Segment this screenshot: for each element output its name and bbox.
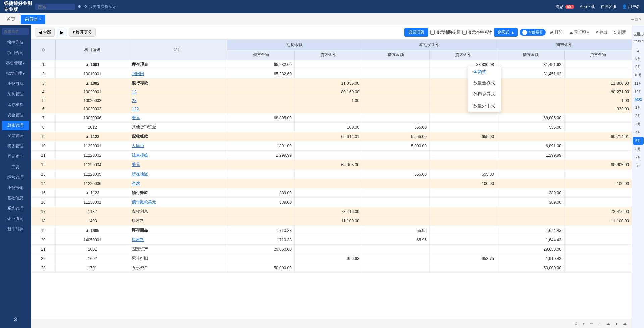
cell-subject[interactable]: 游戏 [129, 179, 227, 188]
cell-subject[interactable]: 12 [129, 88, 227, 96]
period-9[interactable]: 9月 [633, 63, 644, 71]
sidebar-item-salary[interactable]: 工资 [2, 162, 29, 172]
cell-code[interactable]: 11220006 [56, 179, 129, 188]
cell-subject[interactable]: 人民币 [129, 141, 227, 151]
period-down-icon[interactable]: ⊛ [633, 162, 644, 169]
return-old-btn[interactable]: 返回旧版 [404, 28, 428, 37]
table-settings-icon[interactable]: ⚙ [42, 48, 45, 52]
cell-subject[interactable]: 预付账款美元 [129, 198, 227, 207]
dropdown-item-foreign-amount[interactable]: 外币金额式 [468, 89, 501, 100]
cloud-print-btn[interactable]: ☁ 云打印 ▾ [567, 28, 591, 36]
cell-code[interactable]: 11220004 [56, 160, 129, 170]
sidebar-item-ledger[interactable]: 总账管理 [2, 121, 29, 130]
cell-code[interactable]: 1012 [56, 123, 129, 132]
sidebar-item-invoice[interactable]: 发票管理 [2, 131, 29, 141]
sidebar-item-guide[interactable]: 新手引导 [2, 224, 29, 234]
edit-icon[interactable]: ✏ [589, 321, 594, 326]
period-2023-05-2[interactable]: 2023.05 [633, 38, 644, 44]
show-aux-label[interactable]: 显示辅助核算 [430, 29, 460, 35]
lang-btn[interactable]: 英 [573, 320, 579, 327]
cell-code[interactable]: 14050001 [56, 235, 129, 245]
show-aux-checkbox[interactable] [430, 30, 435, 35]
cell-code[interactable]: 1132 [56, 207, 129, 216]
cell-subject[interactable]: 美元 [129, 113, 227, 123]
sidebar-item-quick-nav[interactable]: 快捷导航 [2, 38, 29, 47]
window-minimize-btn[interactable]: ─ [631, 17, 634, 22]
sidebar-item-purchase[interactable]: 采购管理 [2, 89, 29, 99]
period-5[interactable]: 5月 [633, 137, 644, 145]
demo-link[interactable]: ⟳ 我要看实例演示 [84, 4, 117, 10]
print-btn[interactable]: 🖨 打印 [548, 28, 565, 36]
cell-code[interactable]: 1601 [56, 245, 129, 254]
cell-code[interactable]: 1403 [56, 216, 129, 226]
period-6[interactable]: 6月 [633, 145, 644, 153]
all-btn[interactable]: ◀ 全部 [35, 28, 55, 37]
sidebar-item-operations[interactable]: 经营管理 [2, 173, 29, 182]
period-4[interactable]: 4月 [633, 129, 644, 136]
cell-subject[interactable]: 23 [129, 96, 227, 105]
sidebar-item-inventory[interactable]: 库存核算 [2, 100, 29, 110]
app-download-btn[interactable]: App下载 [580, 4, 595, 10]
diamond2-icon[interactable]: ♦ [614, 321, 619, 326]
cell-code[interactable]: 11220001 [56, 141, 129, 151]
export-btn[interactable]: ↗ 导出 [593, 28, 609, 36]
sidebar-item-assets[interactable]: 固定资产 [2, 152, 29, 161]
dropdown-item-qty-amount[interactable]: 数量金额式 [468, 77, 501, 89]
triangle-icon[interactable]: △ [597, 321, 602, 326]
refresh-btn[interactable]: ↻ 刷新 [611, 28, 628, 36]
search-input[interactable] [35, 4, 75, 10]
show-ytd-label[interactable]: 显示本年累计 [462, 29, 492, 35]
period-7[interactable]: 7月 [633, 154, 644, 161]
tab-close-icon[interactable]: × [39, 17, 41, 21]
cell-code[interactable]: 10020003 [56, 105, 129, 113]
cell-subject[interactable]: 所在地区 [129, 170, 227, 179]
cloud-icon[interactable]: ☁ [605, 321, 611, 326]
period-header[interactable]: 期间选择 [635, 28, 642, 31]
cell-code[interactable]: 10010001 [56, 69, 129, 79]
cell-code[interactable]: 11220002 [56, 151, 129, 160]
cell-subject[interactable]: 122 [129, 105, 227, 113]
cell-code[interactable]: 10020001 [56, 88, 129, 96]
user-avatar[interactable]: 👤 用户名 [622, 4, 640, 10]
period-1[interactable]: 1月 [633, 104, 644, 111]
tab-home[interactable]: 首页 [3, 15, 19, 24]
cloud2-icon[interactable]: ☁ [622, 321, 628, 326]
dropdown-item-amount[interactable]: 金额式 [468, 66, 501, 77]
period-12[interactable]: 12月 [633, 88, 644, 96]
period-3[interactable]: 3月 [633, 120, 644, 128]
window-close-btn[interactable]: × [639, 17, 641, 22]
nav-btn[interactable]: ▶ [57, 29, 67, 36]
cell-subject[interactable]: 原材料 [129, 235, 227, 245]
dropdown-item-qty-foreign[interactable]: 数量外币式 [468, 100, 501, 112]
show-ytd-checkbox[interactable] [462, 30, 467, 35]
sidebar-item-reports[interactable]: 小畅报销 [2, 183, 29, 193]
sidebar-item-fund[interactable]: 资金管理 [2, 110, 29, 120]
tab-balance[interactable]: 余额表 × [21, 15, 45, 24]
sidebar-item-ecommerce[interactable]: 小畅电商 [2, 79, 29, 89]
online-service-btn[interactable]: 在线客服 [600, 4, 616, 10]
sidebar-item-tax[interactable]: 税务管理 [2, 141, 29, 151]
sidebar-search-input[interactable] [2, 28, 29, 35]
period-2023-05-1[interactable]: 2023.05 [633, 31, 644, 38]
cell-subject[interactable]: 回回回 [129, 69, 227, 79]
settings-icon[interactable]: ⚙ [78, 4, 82, 9]
sidebar-item-retail[interactable]: 零售管理▾ [2, 58, 29, 68]
period-2[interactable]: 2月 [633, 112, 644, 120]
cell-subject[interactable]: 往来标签 [129, 151, 227, 160]
sidebar-item-system[interactable]: 系统管理 [2, 204, 29, 213]
sidebar-item-cooperation[interactable]: 企业协同 [2, 214, 29, 224]
sidebar-item-basic[interactable]: 基础信息 [2, 193, 29, 203]
cell-code[interactable]: 11230001 [56, 198, 129, 207]
sidebar-gear-icon[interactable]: ⚙ [10, 314, 20, 325]
sidebar-item-project[interactable]: 项目合同 [2, 48, 29, 58]
cell-code[interactable]: 1701 [56, 263, 129, 273]
amount-mode-dropdown[interactable]: 金额式 ▲ [494, 28, 518, 37]
sidebar-item-wholesale[interactable]: 批发管理▾ [2, 69, 29, 78]
diamond-icon[interactable]: ♦ [582, 321, 586, 326]
period-8[interactable]: 8月 [633, 55, 644, 62]
window-maximize-btn[interactable]: □ [635, 17, 638, 22]
period-up-icon[interactable]: ▲ [633, 47, 644, 54]
cell-code[interactable]: 10020006 [56, 113, 129, 123]
period-11[interactable]: 11月 [633, 80, 644, 87]
expand-more-btn[interactable]: ▾ 展开更多 [69, 28, 96, 37]
